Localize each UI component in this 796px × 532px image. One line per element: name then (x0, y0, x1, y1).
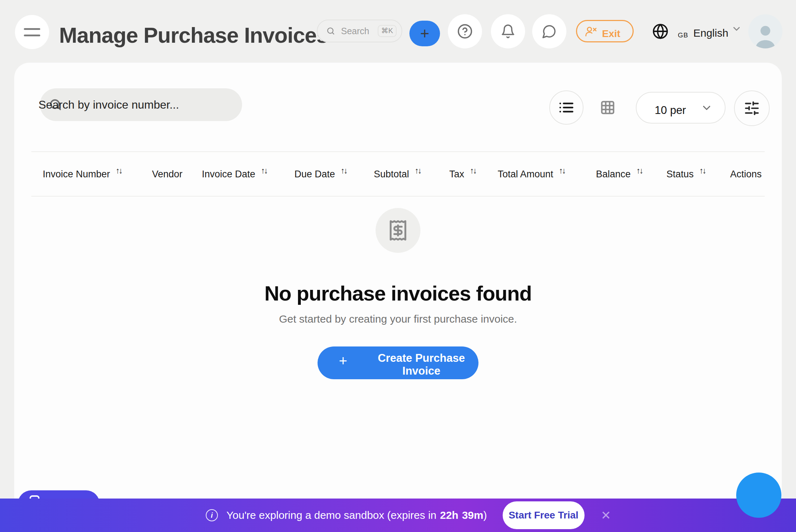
chat-bubble-icon (542, 24, 557, 39)
grid-icon (600, 100, 616, 115)
sliders-icon (744, 100, 760, 116)
column-header-tax[interactable]: Tax↑↓ (449, 152, 476, 197)
person-icon (752, 24, 779, 48)
column-header-balance[interactable]: Balance↑↓ (596, 152, 643, 197)
sort-icon[interactable]: ↑↓ (415, 166, 421, 176)
empty-state-title: No purchase invoices found (265, 281, 532, 305)
sort-icon[interactable]: ↑↓ (700, 166, 706, 176)
content-card: Search by invoice number... 10 per Invoi… (14, 63, 782, 532)
sort-icon[interactable]: ↑↓ (470, 166, 476, 176)
column-header-invoice-number[interactable]: Invoice Number↑↓ (43, 152, 122, 197)
demo-sandbox-banner: i You're exploring a demo sandbox (expir… (0, 499, 796, 532)
sort-icon[interactable]: ↑↓ (116, 166, 122, 176)
invoice-search-input[interactable]: Search by invoice number... (40, 88, 242, 121)
language-label: English (693, 27, 728, 39)
info-icon: i (206, 509, 218, 521)
plus-icon: + (339, 353, 347, 369)
expires-hours: 22h (440, 509, 459, 521)
sort-icon[interactable]: ↑↓ (261, 166, 267, 176)
search-icon (326, 26, 335, 36)
page-size-value: 10 per (655, 104, 686, 116)
close-icon[interactable]: ✕ (601, 508, 611, 522)
global-search-button[interactable]: Search ⌘K (317, 20, 402, 42)
filters-button[interactable] (734, 90, 770, 126)
column-header-subtotal[interactable]: Subtotal↑↓ (374, 152, 421, 197)
exit-label: Exit (602, 28, 620, 40)
receipt-icon (387, 219, 409, 241)
invoice-search-placeholder: Search by invoice number... (38, 88, 179, 121)
column-header-status[interactable]: Status↑↓ (666, 152, 706, 197)
top-header: Manage Purchase Invoices Search ⌘K + Exi… (0, 0, 796, 57)
chevron-down-icon (731, 24, 742, 34)
create-purchase-invoice-button[interactable]: + Create Purchase Invoice (318, 346, 478, 379)
empty-state-icon-circle (376, 208, 420, 253)
grid-view-toggle[interactable] (591, 90, 625, 125)
create-purchase-invoice-label: Create Purchase Invoice (364, 352, 478, 377)
column-header-vendor: Vendor (152, 152, 183, 197)
empty-state: No purchase invoices found Get started b… (14, 208, 782, 379)
sort-icon[interactable]: ↑↓ (341, 166, 347, 176)
feedback-chat-button[interactable] (532, 14, 566, 48)
expires-minutes: 39m (462, 509, 483, 521)
banner-message: You're exploring a demo sandbox (expires… (226, 509, 487, 521)
hamburger-menu-button[interactable] (15, 15, 49, 49)
floating-action-button[interactable] (736, 473, 781, 518)
help-icon (457, 24, 473, 39)
user-avatar[interactable] (748, 14, 782, 48)
column-header-actions: Actions (730, 152, 762, 197)
notifications-button[interactable] (491, 14, 525, 48)
page-size-value-container: 10 per (637, 103, 704, 119)
help-button[interactable] (448, 14, 482, 48)
exit-demo-button[interactable]: Exit (576, 20, 634, 42)
page-size-dropdown[interactable]: 10 per (636, 92, 726, 124)
start-free-trial-button[interactable]: Start Free Trial (503, 501, 585, 529)
app-window: Manage Purchase Invoices Search ⌘K + Exi… (0, 0, 796, 532)
keyboard-shortcut-badge: ⌘K (378, 25, 397, 37)
hamburger-icon (24, 28, 40, 30)
country-code: GB (678, 31, 688, 39)
language-selector[interactable]: GB English (652, 18, 742, 45)
list-icon (558, 99, 575, 116)
bell-icon (501, 24, 515, 39)
empty-state-subtitle: Get started by creating your first purch… (279, 313, 517, 325)
plus-icon: + (420, 25, 429, 42)
sort-icon[interactable]: ↑↓ (559, 166, 565, 176)
column-header-total-amount[interactable]: Total Amount↑↓ (498, 152, 565, 197)
column-header-due-date[interactable]: Due Date↑↓ (294, 152, 347, 197)
global-search-placeholder: Search (341, 26, 369, 36)
chevron-down-icon (701, 102, 713, 114)
table-header-row: Invoice Number↑↓ Vendor Invoice Date↑↓ D… (31, 151, 765, 197)
column-header-invoice-date[interactable]: Invoice Date↑↓ (202, 152, 267, 197)
sort-icon[interactable]: ↑↓ (637, 166, 643, 176)
list-view-toggle[interactable] (549, 90, 583, 125)
globe-icon (652, 23, 669, 40)
user-x-icon (585, 25, 597, 37)
